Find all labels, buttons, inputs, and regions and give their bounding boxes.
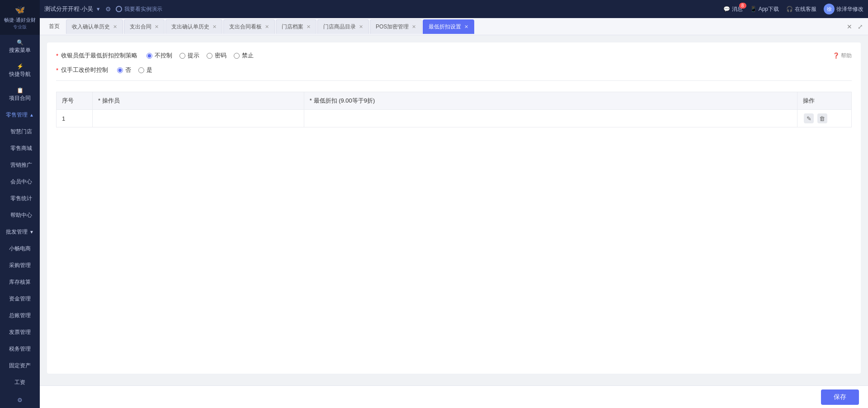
settings-gear-icon[interactable]: ⚙ [105,5,111,13]
tab-expand-button[interactable]: ⤢ [856,22,864,32]
tab-pay-contract[interactable]: 支出合同 ✕ [124,19,165,34]
sidebar-settings-button[interactable]: ⚙ [0,392,40,408]
col-operator: * 操作员 [93,92,304,110]
tab-income-confirm[interactable]: 收入确认单历史 ✕ [66,19,123,34]
tab-pos-password[interactable]: POS加密管理 ✕ [370,19,422,34]
headset-icon: 🎧 [786,6,793,12]
sidebar-item-search[interactable]: 🔍 搜索菜单 [0,35,40,59]
table-wrapper: 序号 * 操作员 * 最低折扣 (9.00等于9折) 操作 [56,87,852,127]
messages-badge: 8 [739,3,746,9]
messages-button[interactable]: 💬 消息 8 [723,5,743,13]
radio-forbid-input[interactable] [234,53,240,59]
sidebar-item-project[interactable]: 📋 项目合同 [0,83,40,107]
help-icon: ❓ [833,52,840,59]
tabbar-actions: ✕ ⤢ [845,22,864,32]
project-icon: 📋 [17,87,24,94]
radio-password[interactable]: 密码 [207,52,226,60]
logo-icon: 🦋 [2,5,38,16]
main-area: 测试分开开程·小吴 ▼ ⚙ 我要看实例演示 💬 消息 8 📱 App下载 🎧 在… [40,0,868,408]
tab-pay-contract-board-close[interactable]: ✕ [265,24,269,29]
radio-manual-no[interactable]: 否 [117,66,131,74]
tab-home[interactable]: 首页 [43,19,65,34]
discount-required-star: * [56,52,58,59]
radio-manual-no-input[interactable] [117,67,123,73]
sidebar-item-invoice[interactable]: 发票管理 [0,324,40,341]
sidebar-item-help[interactable]: 帮助中心 [0,207,40,224]
radio-manual-yes-input[interactable] [138,67,144,73]
tab-store-file[interactable]: 门店档案 ✕ [276,19,316,34]
sidebar-item-funds[interactable]: 资金管理 [0,291,40,307]
customer-service-button[interactable]: 🎧 在线客服 [786,5,816,13]
demo-link[interactable]: 我要看实例演示 [116,5,162,13]
sidebar-item-tax[interactable]: 税务管理 [0,341,40,357]
table-header: 序号 * 操作员 * 最低折扣 (9.00等于9折) 操作 [57,92,852,110]
sidebar-item-shortcut[interactable]: ⚡ 快捷导航 [0,59,40,83]
project-chevron-icon: ▼ [96,6,101,12]
project-selector[interactable]: 测试分开开程·小吴 ▼ [44,5,101,13]
sidebar-item-smart-store[interactable]: 智慧门店 [0,123,40,140]
demo-circle-icon [116,6,122,12]
radio-forbid[interactable]: 禁止 [234,52,254,60]
sidebar-item-inventory[interactable]: 库存核算 [0,274,40,291]
save-button[interactable]: 保存 [821,389,859,405]
sidebar-item-retail-mall[interactable]: 零售商城 [0,140,40,157]
tab-min-discount-close[interactable]: ✕ [464,24,468,29]
radio-prompt[interactable]: 提示 [179,52,199,60]
table-body: 1 ✎ 🗑 [57,110,852,127]
tab-pay-contract-board[interactable]: 支出合同看板 ✕ [223,19,275,34]
tab-pay-confirm-close[interactable]: ✕ [212,24,217,29]
manual-price-radio-group: 否 是 [117,66,152,74]
form-row-discount-policy: * 收银员低于最低折扣控制策略 不控制 提示 密码 [56,52,852,60]
sidebar-item-wholesale[interactable]: 批发管理 ▼ [0,224,40,240]
radio-no-control[interactable]: 不控制 [146,52,172,60]
discount-table: 序号 * 操作员 * 最低折扣 (9.00等于9折) 操作 [56,92,852,127]
tab-pay-confirm[interactable]: 支出确认单历史 ✕ [165,19,222,34]
sidebar-item-salary[interactable]: 工资 [0,374,40,391]
user-menu[interactable]: 徐 徐泽华修改 [824,4,863,14]
sidebar-item-retail[interactable]: 零售管理 ▲ [0,107,40,123]
app-icon: 📱 [750,6,757,12]
radio-prompt-input[interactable] [179,53,185,59]
row-edit-button[interactable]: ✎ [804,113,814,123]
row-delete-button[interactable]: 🗑 [817,113,827,123]
tab-store-goods[interactable]: 门店商品目录 ✕ [317,19,369,34]
tab-close-all-button[interactable]: ✕ [845,22,854,32]
radio-password-input[interactable] [207,53,212,59]
manual-price-label: * 仅手工改价时控制 [56,66,108,74]
cell-operator [93,110,304,127]
help-link[interactable]: ❓ 帮助 [833,52,852,60]
radio-no-control-input[interactable] [146,53,152,59]
radio-manual-yes[interactable]: 是 [138,66,152,74]
sidebar-item-assets[interactable]: 固定资产 [0,357,40,374]
tab-min-discount[interactable]: 最低折扣设置 ✕ [423,19,474,34]
col-action: 操作 [797,92,852,110]
tab-pay-contract-close[interactable]: ✕ [155,24,159,29]
section-divider [56,80,852,81]
form-row-manual-price: * 仅手工改价时控制 否 是 [56,66,852,74]
sidebar-logo: 🦋 畅捷·通好业财 专业版 [0,0,40,35]
tabbar: 首页 收入确认单历史 ✕ 支出合同 ✕ 支出确认单历史 ✕ 支出合同看板 ✕ 门… [40,18,868,35]
discount-policy-radio-group: 不控制 提示 密码 禁止 [146,52,254,60]
tab-pos-password-close[interactable]: ✕ [412,24,416,29]
sidebar-item-ledger[interactable]: 总账管理 [0,307,40,324]
tab-store-goods-close[interactable]: ✕ [359,24,363,29]
topbar-right: 💬 消息 8 📱 App下载 🎧 在线客服 徐 徐泽华修改 [723,4,863,14]
sidebar-item-members[interactable]: 会员中心 [0,174,40,190]
tab-store-file-close[interactable]: ✕ [307,24,311,29]
project-name: 测试分开开程·小吴 [44,5,93,13]
manual-required-star: * [56,67,58,74]
app-download-button[interactable]: 📱 App下载 [750,5,779,13]
sidebar-item-marketing[interactable]: 营销推广 [0,157,40,174]
sidebar-item-retail-stat[interactable]: 零售统计 [0,190,40,207]
sidebar-item-purchase[interactable]: 采购管理 [0,257,40,274]
tab-income-confirm-close[interactable]: ✕ [113,24,117,29]
sidebar-item-ecommerce[interactable]: 小畅电商 [0,240,40,257]
page-card: * 收银员低于最低折扣控制策略 不控制 提示 密码 [47,42,861,374]
avatar: 徐 [824,4,835,14]
cell-action: ✎ 🗑 [797,110,852,127]
wholesale-arrow-icon: ▼ [29,230,34,234]
shortcut-icon: ⚡ [17,63,24,70]
content-area: * 收银员低于最低折扣控制策略 不控制 提示 密码 [40,35,868,385]
message-icon: 💬 [723,6,730,12]
retail-arrow-icon: ▲ [29,113,34,117]
